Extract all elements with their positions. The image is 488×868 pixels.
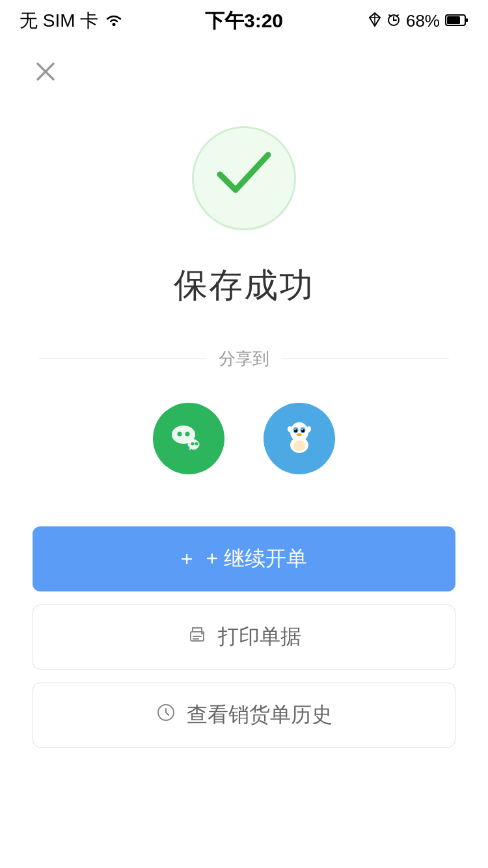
svg-rect-8: [466, 18, 468, 22]
action-buttons: + + 继续开单 打印单据 查看销货单历史: [0, 526, 488, 748]
location-icon: [368, 11, 381, 31]
status-time: 下午3:20: [205, 8, 283, 34]
continue-label: + 继续开单: [206, 545, 308, 573]
svg-point-22: [301, 429, 303, 430]
main-content: 保存成功 分享到: [0, 42, 488, 748]
close-button[interactable]: [26, 52, 65, 91]
history-button[interactable]: 查看销货单历史: [33, 683, 455, 748]
svg-point-15: [195, 442, 198, 445]
alarm-icon: [386, 11, 401, 31]
wechat-share-button[interactable]: [153, 403, 224, 474]
svg-rect-31: [201, 632, 203, 634]
svg-rect-29: [193, 636, 202, 637]
checkmark-icon: [215, 150, 273, 207]
history-icon: [156, 702, 176, 728]
wifi-icon: [105, 10, 123, 31]
status-bar: 无 SIM 卡 下午3:20: [0, 0, 488, 42]
history-label: 查看销货单历史: [187, 701, 332, 729]
continue-icon: +: [181, 547, 193, 571]
svg-rect-7: [447, 16, 460, 24]
svg-point-25: [293, 441, 305, 451]
share-label: 分享到: [206, 347, 282, 370]
share-icons: [153, 403, 335, 474]
svg-point-21: [294, 429, 295, 430]
share-divider: 分享到: [0, 347, 488, 370]
status-right: 68%: [368, 11, 468, 31]
continue-order-button[interactable]: + + 继续开单: [33, 526, 455, 591]
svg-point-0: [113, 23, 116, 26]
print-icon: [187, 624, 208, 650]
print-label: 打印单据: [218, 623, 301, 651]
qq-share-button[interactable]: [264, 403, 335, 474]
success-circle: [192, 126, 296, 230]
svg-rect-30: [193, 638, 199, 640]
carrier-text: 无 SIM 卡: [20, 8, 98, 33]
svg-point-23: [297, 433, 302, 436]
svg-point-12: [177, 431, 182, 436]
status-left: 无 SIM 卡: [20, 8, 123, 33]
battery-icon: [445, 11, 468, 31]
success-title: 保存成功: [174, 263, 314, 308]
print-button[interactable]: 打印单据: [33, 604, 455, 670]
divider-line-left: [39, 359, 206, 359]
divider-line-right: [282, 359, 449, 359]
svg-point-13: [185, 431, 189, 436]
svg-point-14: [191, 442, 194, 445]
battery-text: 68%: [406, 11, 440, 31]
